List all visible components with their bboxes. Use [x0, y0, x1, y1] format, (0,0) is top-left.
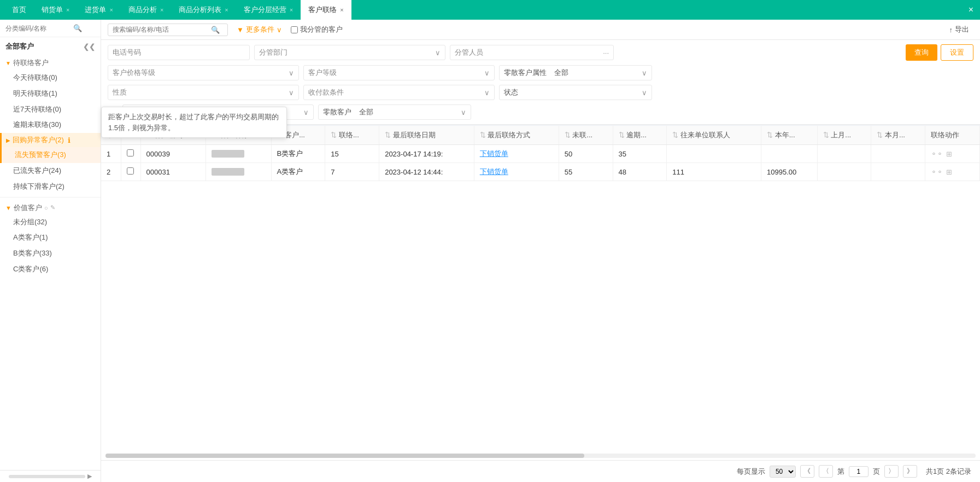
table-row: 1 000039 B类客户 15 2023-04-17 14:19: 下销货单 …: [101, 145, 980, 163]
td-checkbox[interactable]: [121, 163, 140, 181]
nav-item-customer-contact[interactable]: 客户联络 ×: [301, 0, 351, 20]
filter-status[interactable]: 状态 ∨: [499, 85, 652, 100]
td-code: 000039: [140, 145, 206, 163]
arrow-icon: ▼: [5, 60, 11, 66]
sidebar-item-tomorrow[interactable]: 明天待联络(1): [0, 86, 101, 102]
sidebar-section-abnormal[interactable]: ▶ 回购异常客户(2) ℹ: [0, 133, 101, 147]
sidebar-search-input[interactable]: [5, 25, 71, 32]
td-last-contact-method[interactable]: 下销货单: [474, 145, 559, 163]
nav-item-product-list[interactable]: 商品分析列表 ×: [171, 0, 236, 20]
sidebar-item-a-class[interactable]: A类客户(1): [0, 230, 101, 246]
dropdown-icon: ∨: [435, 49, 441, 57]
collapse-icon[interactable]: ❮❮: [83, 43, 95, 51]
sidebar-item-c-class[interactable]: C类客户(6): [0, 262, 101, 277]
export-button[interactable]: ↑ 导出: [945, 23, 974, 36]
nav-item-purchase[interactable]: 进货单 ×: [77, 0, 120, 20]
divider: [0, 197, 101, 198]
filter-buttons: 查询 设置: [906, 44, 973, 61]
horizontal-scrollbar[interactable]: [105, 454, 976, 458]
close-icon[interactable]: ×: [66, 7, 69, 13]
sidebar-item-b-class[interactable]: B类客户(33): [0, 246, 101, 262]
table-footer: 每页显示 50 《 〈 第 页 〉 》 共1页 2条记录: [101, 460, 980, 482]
sidebar-item-today[interactable]: 今天待联络(0): [0, 70, 101, 86]
search-icon: 🔍: [73, 24, 82, 32]
query-button[interactable]: 查询: [906, 44, 937, 61]
sidebar-item-ungrouped[interactable]: 未分组(32): [0, 214, 101, 230]
filter-gender[interactable]: 性质 ∨: [108, 85, 299, 100]
close-icon[interactable]: ×: [109, 7, 113, 13]
scrollbar-thumb[interactable]: [105, 454, 584, 458]
circle-icon[interactable]: ○: [44, 205, 48, 211]
filter-retail-attr[interactable]: 零散客户属性 全部 ∨: [499, 65, 652, 80]
sidebar-all-customers[interactable]: 全部客户 ❮❮: [0, 37, 101, 56]
search-input[interactable]: [113, 26, 211, 33]
last-contact-link[interactable]: 下销货单: [480, 167, 508, 176]
close-icon[interactable]: ×: [340, 7, 343, 13]
td-this-year: [761, 145, 818, 163]
settings-button[interactable]: 设置: [941, 44, 973, 61]
last-page-button[interactable]: 》: [903, 465, 917, 478]
filter-phone[interactable]: 电话号码: [108, 45, 250, 60]
close-icon[interactable]: ×: [225, 7, 228, 13]
last-contact-link[interactable]: 下销货单: [480, 149, 508, 158]
sidebar-item-loss-warning[interactable]: 流失预警客户(3): [0, 147, 101, 163]
edit-icon[interactable]: ✎: [50, 204, 55, 211]
th-last-month: ⇅ 上月...: [817, 126, 871, 145]
dropdown-icon: ∨: [289, 89, 294, 97]
page-number-input[interactable]: [849, 466, 868, 477]
sidebar-group-value[interactable]: ▼ 价值客户 ○ ✎: [0, 200, 101, 214]
td-last-contact-date: 2023-04-12 14:44:: [379, 163, 474, 181]
close-icon[interactable]: ×: [290, 7, 293, 13]
td-last-contact-method[interactable]: 下销货单: [474, 163, 559, 181]
contact-icon[interactable]: ⚬⚬: [931, 150, 943, 158]
grid-icon[interactable]: ⊞: [946, 150, 952, 158]
nav-item-product-analysis[interactable]: 商品分析 ×: [121, 0, 171, 20]
filter-row-2: 客户价格等级 ∨ 客户等级 ∨ 零散客户属性 全部 ∨: [108, 65, 973, 80]
triangle-icon: ▼: [5, 205, 11, 211]
my-customers-check-input[interactable]: [291, 26, 298, 33]
action-icons: ⚬⚬ ⊞: [931, 168, 974, 176]
info-icon: ℹ: [68, 136, 71, 144]
filter-icon: ▼: [237, 26, 244, 34]
close-all-button[interactable]: ×: [969, 5, 973, 15]
my-customers-checkbox[interactable]: 我分管的客户: [291, 25, 343, 34]
filter-retail-customer[interactable]: 零散客户 全部 ∨: [318, 104, 471, 120]
sidebar-scrollbar[interactable]: [9, 475, 86, 478]
prev-page-button[interactable]: 〈: [819, 465, 833, 478]
per-page-select[interactable]: 50: [770, 466, 796, 478]
nav-item-home[interactable]: 首页: [4, 0, 34, 20]
arrow-icon: ▶: [6, 137, 10, 143]
expand-icon[interactable]: ▶: [87, 473, 92, 480]
th-overdue: ⇅ 逾期...: [613, 126, 667, 145]
row-checkbox[interactable]: [127, 149, 134, 156]
nav-item-customer-tier[interactable]: 客户分层经营 ×: [236, 0, 301, 20]
filter-bar: 🔍 ▼ 更多条件 ∨ 我分管的客户 ↑ 导出: [101, 20, 980, 40]
contact-icon[interactable]: ⚬⚬: [931, 168, 943, 176]
dropdown-icon: ∨: [642, 69, 647, 77]
close-icon[interactable]: ×: [160, 7, 163, 13]
sidebar-item-7days[interactable]: 近7天待联络(0): [0, 102, 101, 118]
filter-payment[interactable]: 收付款条件 ∨: [303, 85, 495, 100]
first-page-button[interactable]: 《: [800, 465, 814, 478]
search-icon[interactable]: 🔍: [211, 26, 220, 34]
nav-item-sales[interactable]: 销货单 ×: [34, 0, 77, 20]
filter-customer-level[interactable]: 客户等级 ∨: [303, 65, 495, 80]
filter-person[interactable]: 分管人员 ···: [450, 45, 614, 60]
sort-icon: ⇅: [565, 131, 571, 139]
sidebar-item-lost[interactable]: 已流失客户(24): [0, 163, 101, 179]
sidebar-item-overdue[interactable]: 逾期未联络(30): [0, 117, 101, 133]
sidebar-item-declining[interactable]: 持续下滑客户(2): [0, 179, 101, 195]
dropdown-icon: ∨: [461, 108, 466, 117]
td-level: B类客户: [271, 145, 325, 163]
more-conditions-button[interactable]: ▼ 更多条件 ∨: [232, 23, 286, 36]
row-checkbox[interactable]: [127, 167, 134, 175]
sidebar-search: 🔍: [0, 20, 101, 37]
td-checkbox[interactable]: [121, 145, 140, 163]
filter-dept[interactable]: 分管部门 ∨: [254, 45, 445, 60]
filter-price-level[interactable]: 客户价格等级 ∨: [108, 65, 299, 80]
grid-icon[interactable]: ⊞: [946, 168, 952, 176]
top-navigation: 首页 销货单 × 进货单 × 商品分析 × 商品分析列表 × 客户分层经营 × …: [0, 0, 980, 20]
table-wrapper: ⚙ ⇅ 客户编码 ⇅ 客户名称: [101, 126, 980, 451]
sidebar-section-pending[interactable]: ▼ 待联络客户: [0, 56, 101, 70]
next-page-button[interactable]: 〉: [884, 465, 899, 478]
